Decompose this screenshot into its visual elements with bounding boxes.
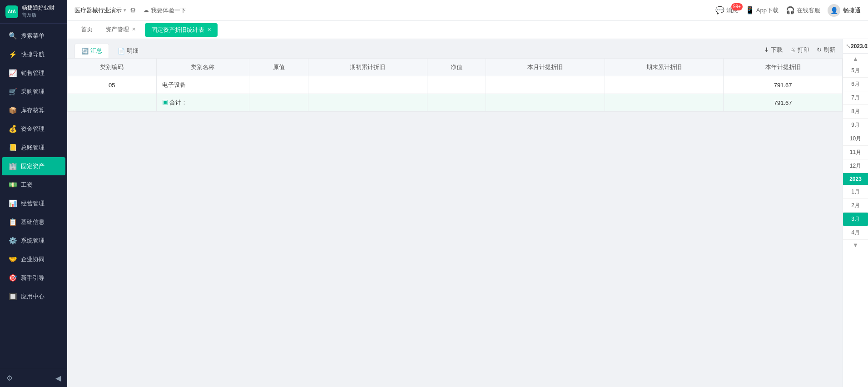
sidebar-item-payroll[interactable]: 💵 工资 [2,176,65,194]
date-panel-header: 2023.03 [851,43,868,50]
sidebar-item-label: 搜索菜单 [21,32,45,40]
cell-closing-depr [605,76,724,94]
tab-depreciation-close[interactable]: ✕ [207,27,211,33]
tab-asset-mgmt-close[interactable]: ✕ [132,26,136,32]
total-monthly-depr [486,94,605,112]
sidebar-item-ops[interactable]: 📊 经营管理 [2,194,65,213]
tab-depreciation[interactable]: 固定资产折旧统计表 ✕ [145,23,218,37]
payroll-icon: 💵 [8,180,17,189]
sidebar-item-finance[interactable]: 💰 资金管理 [2,120,65,138]
topbar-cloud[interactable]: ☁ 我要体验一下 [143,6,186,15]
tabbar: 首页 资产管理 ✕ 固定资产折旧统计表 ✕ [67,21,868,39]
tab-asset-mgmt-label: 资产管理 [105,25,129,34]
col-annual-depr: 本年计提折旧 [724,59,843,76]
print-btn[interactable]: 🖨 打印 [790,46,809,54]
topbar: 医疗器械行业演示 ▾ ⚙ ☁ 我要体验一下 💬 消息 99+ 📱 App下载 🎧… [67,0,868,21]
date-panel-expand-icon[interactable]: ⤡ [846,43,851,50]
date-item-mar[interactable]: 3月 [843,213,868,226]
print-icon: 🖨 [790,46,796,53]
date-item-7[interactable]: 7月 [843,91,868,105]
refresh-btn[interactable]: ↻ 刷新 [817,46,835,54]
sidebar-item-sys-mgmt[interactable]: ⚙️ 系统管理 [2,232,65,250]
sidebar-item-app-center[interactable]: 🔲 应用中心 [2,288,65,306]
sales-icon: 📈 [8,69,17,78]
total-label: ▣ 合计： [156,94,249,112]
topbar-right: 💬 消息 99+ 📱 App下载 🎧 在线客服 👤 畅捷通 [715,4,861,17]
collapse-icon[interactable]: ◀ [55,374,61,382]
date-item-8[interactable]: 8月 [843,105,868,119]
sidebar-item-purchase[interactable]: 🛒 采购管理 [2,83,65,101]
company-name: 医疗器械行业演示 [74,6,122,15]
user-menu[interactable]: 👤 畅捷通 [828,4,861,17]
sidebar-item-fixed-assets[interactable]: 🏢 固定资产 [2,157,65,175]
finance-icon: 💰 [8,124,17,134]
search-icon: 🔍 [8,31,17,40]
date-panel-nav-up[interactable]: ▲ [843,54,868,64]
sidebar-item-guide[interactable]: 🎯 新手引导 [2,269,65,287]
refresh-icon: ↻ [817,46,822,53]
logo-title: 畅捷通好业财 [22,5,55,12]
sidebar-item-label: 企业协同 [21,255,45,263]
date-item-jan[interactable]: 1月 [843,185,868,199]
company-arrow-icon: ▾ [124,7,126,13]
cell-code: 05 [68,76,157,94]
total-empty [68,94,157,112]
col-opening-depr: 期初累计折旧 [308,59,427,76]
download-label: 下载 [771,46,783,54]
tab-home-label: 首页 [81,25,93,34]
date-panel: ⤡ 2023.03 ✕ ▲ 5月 6月 7月 8月 9月 10月 11月 12月… [843,39,868,387]
sidebar-item-quick-nav[interactable]: ⚡ 快捷导航 [2,45,65,64]
notification-badge: 99+ [731,3,743,10]
sidebar-item-collab[interactable]: 🤝 企业协同 [2,250,65,268]
download-btn[interactable]: ⬇ 下载 [764,46,783,54]
sidebar-item-ledger[interactable]: 📒 总账管理 [2,139,65,157]
notification-icon: 💬 [715,6,724,15]
sidebar-item-base-info[interactable]: 📋 基础信息 [2,213,65,231]
avatar-icon: 👤 [830,7,838,14]
date-panel-nav-down[interactable]: ▼ [843,240,868,250]
settings-icon[interactable]: ⚙ [6,374,13,382]
subtab-summary-label: 汇总 [90,47,102,55]
notifications-btn[interactable]: 💬 消息 99+ [715,6,738,15]
date-item-5[interactable]: 5月 [843,64,868,78]
tab-home[interactable]: 首页 [74,22,99,38]
tab-asset-mgmt[interactable]: 资产管理 ✕ [99,22,142,38]
subtab-summary[interactable]: 🔄 汇总 [74,44,109,58]
app-center-icon: 🔲 [8,292,17,301]
date-item-12[interactable]: 12月 [843,159,868,173]
purchase-icon: 🛒 [8,87,17,96]
company-selector[interactable]: 医疗器械行业演示 ▾ [74,6,126,15]
app-download-btn[interactable]: 📱 App下载 [745,6,779,15]
topbar-gear-icon[interactable]: ⚙ [130,6,136,15]
sidebar-logo: AtA 畅捷通好业财 普及版 [0,0,67,24]
sidebar-item-search[interactable]: 🔍 搜索菜单 [2,27,65,45]
sidebar-item-label: 基础信息 [21,218,45,226]
date-item-apr[interactable]: 4月 [843,226,868,240]
ledger-icon: 📒 [8,143,17,152]
sidebar-item-label: 应用中心 [21,293,45,301]
sidebar-bottom: ⚙ ◀ [0,369,67,387]
subtab-detail[interactable]: 📄 明细 [111,44,145,58]
total-annual-depr: 791.67 [724,94,843,112]
date-item-6[interactable]: 6月 [843,78,868,91]
sidebar-item-sales[interactable]: 📈 销售管理 [2,64,65,82]
sidebar-item-label: 系统管理 [21,237,45,245]
cloud-text: 我要体验一下 [151,6,186,15]
ops-icon: 📊 [8,199,17,208]
date-item-10[interactable]: 10月 [843,132,868,146]
logo-abbr: AtA [8,9,16,14]
date-item-feb[interactable]: 2月 [843,199,868,213]
base-info-icon: 📋 [8,218,17,227]
sidebar-item-inventory[interactable]: 📦 库存核算 [2,101,65,119]
date-item-11[interactable]: 11月 [843,146,868,159]
print-label: 打印 [798,46,809,54]
sidebar-item-label: 快捷导航 [21,50,45,59]
date-year-2023[interactable]: 2023 [843,173,868,185]
sidebar: AtA 畅捷通好业财 普及版 🔍 搜索菜单 ⚡ 快捷导航 📈 销售管理 🛒 采购… [0,0,67,387]
cell-original [249,76,308,94]
total-label-text: 合计： [169,99,187,106]
online-service-btn[interactable]: 🎧 在线客服 [786,6,820,15]
sidebar-item-label: 销售管理 [21,69,45,77]
date-item-9[interactable]: 9月 [843,119,868,132]
subtab-bar: 🔄 汇总 📄 明细 ⬇ 下载 🖨 打印 [67,39,843,58]
